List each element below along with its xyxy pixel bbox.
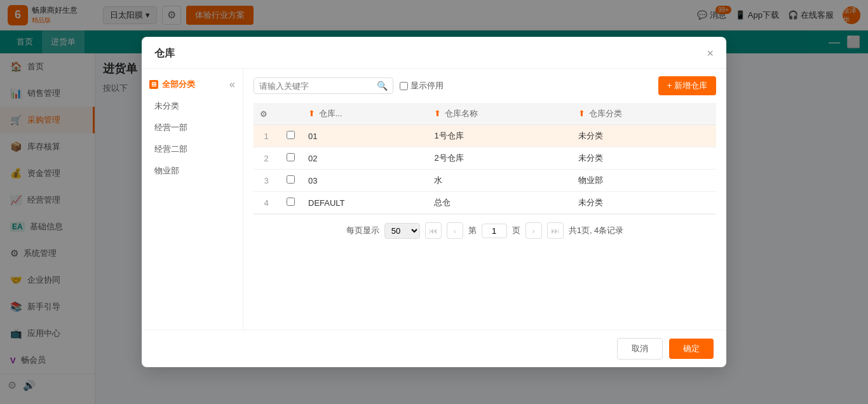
modal-header: 仓库 × [142, 37, 726, 69]
category-item-property[interactable]: 物业部 [142, 160, 243, 182]
table-header-row: ⚙ ⬆ 仓库... ⬆ 仓库名称 [254, 103, 716, 125]
modal-toolbar: 🔍 显示停用 + 新增仓库 [254, 76, 716, 95]
row-index: 2 [254, 147, 279, 170]
modal-close-button[interactable]: × [707, 47, 714, 60]
search-wrap: 🔍 [254, 77, 393, 94]
warehouse-table: ⚙ ⬆ 仓库... ⬆ 仓库名称 [254, 103, 716, 214]
prev-page-button[interactable]: ‹ [447, 222, 463, 239]
search-icon: 🔍 [377, 81, 388, 91]
modal-title: 仓库 [154, 47, 175, 60]
pagination: 每页显示 50 10 20 100 ⏮ ‹ 第 页 › ⏭ 共1页, 4条记录 [254, 214, 716, 246]
warehouse-modal: 仓库 × ⊞ 全部分类 « 未分类 经营一部 经营二部 物业部 [142, 37, 726, 367]
show-disabled-checkbox-label[interactable]: 显示停用 [400, 80, 444, 91]
row-name: 1号仓库 [428, 125, 572, 147]
row-index: 4 [254, 192, 279, 214]
sort-icon-name: ⬆ [434, 109, 441, 118]
row-code: 03 [302, 170, 428, 192]
next-page-button[interactable]: › [526, 222, 542, 239]
last-page-button[interactable]: ⏭ [547, 222, 564, 239]
row-name: 2号仓库 [428, 147, 572, 170]
sort-icon-code: ⬆ [308, 109, 315, 118]
th-code: ⬆ 仓库... [302, 103, 428, 125]
category-item-unclassified[interactable]: 未分类 [142, 95, 243, 117]
row-index: 3 [254, 170, 279, 192]
table-row[interactable]: 4 DEFAULT 总仓 未分类 [254, 192, 716, 214]
modal-main-content: 🔍 显示停用 + 新增仓库 ⚙ [243, 69, 726, 330]
search-input[interactable] [259, 81, 377, 91]
row-name: 总仓 [428, 192, 572, 214]
sort-icon-category: ⬆ [578, 109, 585, 118]
category-sidebar: ⊞ 全部分类 « 未分类 经营一部 经营二部 物业部 [142, 69, 243, 330]
grid-icon: ⊞ [149, 80, 158, 89]
th-settings: ⚙ [254, 103, 279, 125]
row-checkbox-cell [279, 170, 302, 192]
row-code: 02 [302, 147, 428, 170]
th-category: ⬆ 仓库分类 [572, 103, 716, 125]
row-checkbox[interactable] [287, 131, 295, 139]
table-row[interactable]: 1 01 1号仓库 未分类 [254, 125, 716, 147]
cancel-button[interactable]: 取消 [617, 338, 663, 360]
row-category: 未分类 [572, 147, 716, 170]
row-name: 水 [428, 170, 572, 192]
collapse-button[interactable]: « [229, 79, 235, 90]
row-checkbox-cell [279, 125, 302, 147]
category-item-ops1[interactable]: 经营一部 [142, 117, 243, 138]
category-header: ⊞ 全部分类 « [142, 74, 243, 95]
table-row[interactable]: 3 03 水 物业部 [254, 170, 716, 192]
th-checkbox [279, 103, 302, 125]
add-warehouse-button[interactable]: + 新增仓库 [658, 76, 716, 95]
row-code: DEFAULT [302, 192, 428, 214]
modal-body: ⊞ 全部分类 « 未分类 经营一部 经营二部 物业部 🔍 [142, 69, 726, 330]
table-row[interactable]: 2 02 2号仓库 未分类 [254, 147, 716, 170]
gear-icon: ⚙ [260, 109, 268, 119]
per-page-select[interactable]: 50 10 20 100 [384, 223, 420, 239]
row-category: 未分类 [572, 125, 716, 147]
confirm-button[interactable]: 确定 [669, 339, 714, 359]
th-name: ⬆ 仓库名称 [428, 103, 572, 125]
row-checkbox[interactable] [287, 175, 295, 184]
show-disabled-checkbox[interactable] [400, 82, 408, 90]
category-title: ⊞ 全部分类 [149, 79, 195, 90]
row-index: 1 [254, 125, 279, 147]
row-category: 物业部 [572, 170, 716, 192]
row-checkbox[interactable] [287, 153, 295, 161]
row-checkbox-cell [279, 147, 302, 170]
category-item-ops2[interactable]: 经营二部 [142, 138, 243, 160]
row-checkbox-cell [279, 192, 302, 214]
modal-footer: 取消 确定 [142, 330, 726, 367]
page-number-input[interactable] [482, 224, 507, 238]
row-checkbox[interactable] [287, 198, 295, 206]
first-page-button[interactable]: ⏮ [425, 222, 442, 239]
row-category: 未分类 [572, 192, 716, 214]
row-code: 01 [302, 125, 428, 147]
modal-overlay: 仓库 × ⊞ 全部分类 « 未分类 经营一部 经营二部 物业部 [0, 0, 868, 404]
